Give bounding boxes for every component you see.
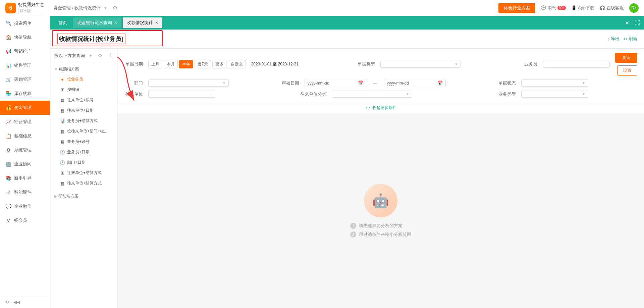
refresh-icon: ↻ bbox=[624, 37, 627, 42]
sidebar-item-finance[interactable]: 💰 资金管理 bbox=[0, 101, 50, 115]
gear-scheme-button[interactable]: ⚙ bbox=[96, 52, 104, 59]
business-type-select[interactable]: ▼ bbox=[521, 91, 588, 98]
header-left: 6 畅捷通好生意 标准版 | 资金管理 / 收款情况统计 ▼ ⚙ bbox=[5, 2, 119, 14]
sidebar-item-sales[interactable]: 📊 销售管理 bbox=[0, 58, 50, 72]
settings-bottom-icon[interactable]: ⚙ bbox=[5, 300, 9, 305]
dept-select[interactable]: ▼ bbox=[148, 80, 229, 87]
empty-tip-1: 1 请先选择要分析的方案 bbox=[350, 223, 411, 229]
sidebar-item-member[interactable]: V 畅会员 bbox=[0, 213, 50, 227]
voucher-status-select[interactable]: ▼ bbox=[521, 80, 588, 87]
breadcrumb: 资金管理 / 收款情况统计 ▼ bbox=[53, 5, 107, 11]
sidebar-item-search[interactable]: 🔍 搜索菜单 bbox=[0, 16, 50, 30]
sidebar-item-inventory[interactable]: 🏪 库存核算 bbox=[0, 87, 50, 101]
finance-icon: 💰 bbox=[5, 105, 11, 111]
review-date-end-input[interactable]: 📅 bbox=[384, 79, 446, 87]
page-header: 收款情况统计(按业务员) ↑ 导出 ↻ 刷新 bbox=[50, 30, 644, 49]
partner-select[interactable]: ··· bbox=[148, 91, 215, 98]
messages-badge: 99+ bbox=[557, 6, 566, 10]
header-sep: | bbox=[48, 5, 49, 10]
scheme-item-by-detail[interactable]: ⊞ 按明细 bbox=[50, 85, 117, 95]
tab-home[interactable]: 首页 bbox=[53, 16, 72, 30]
collapse-more-btn[interactable]: ∧∧ 收起更多条件 bbox=[117, 102, 644, 113]
refresh-button[interactable]: ↻ 刷新 bbox=[624, 36, 637, 42]
scheme-item-partner-account[interactable]: ▦ 往来单位+账号 bbox=[50, 95, 117, 105]
sidebar-item-guide[interactable]: 📚 新手引导 bbox=[0, 171, 50, 185]
sidebar-item-marketing[interactable]: 📢 营销推广 bbox=[0, 44, 50, 58]
query-button[interactable]: 查询 bbox=[615, 53, 637, 63]
date-btn-last-month[interactable]: 上月 bbox=[148, 60, 162, 68]
sidebar-item-quicknav[interactable]: 🏠 快捷导航 bbox=[0, 30, 50, 44]
sidebar-item-enterprise[interactable]: 🏢 企业协同 bbox=[0, 157, 50, 171]
calendar-end-icon: 📅 bbox=[437, 81, 443, 86]
left-panel: 按以下方案查询 ＋ ⚙ 《 ▼ 电脑端方案 ● 按业务员 bbox=[50, 49, 117, 308]
date-quick-group: 上月 本月 本年 近7天 更多 自定义 bbox=[148, 60, 246, 68]
review-date-start-input[interactable]: 📅 bbox=[305, 79, 366, 87]
logo-area: 6 畅捷通好生意 标准版 bbox=[5, 2, 44, 14]
date-btn-custom[interactable]: 自定义 bbox=[228, 60, 246, 68]
tab-collection-stats[interactable]: 收款情况统计 ✕ bbox=[123, 17, 162, 28]
scheme-item-partner-settle1[interactable]: ⊞ 往来单位+结算方式 bbox=[50, 168, 117, 178]
edition-badge: 标准版 bbox=[18, 8, 44, 14]
scheme-item-salesperson-settle[interactable]: 📊 业务员+结算方式 bbox=[50, 116, 117, 126]
voucher-status-label: 单据状态 bbox=[497, 80, 516, 86]
empty-tip-2: 2 用过滤条件来缩小分析范围 bbox=[350, 232, 411, 238]
scheme-item-salesperson-account[interactable]: ▦ 业务员+账号 bbox=[50, 137, 117, 147]
scheme-item-partner-date[interactable]: ▦ 往来单位+日期 bbox=[50, 105, 117, 116]
left-panel-header: 按以下方案查询 ＋ ⚙ 《 bbox=[50, 49, 117, 63]
hardware-icon: 🖨 bbox=[5, 189, 11, 195]
tab-close-all-button[interactable]: ✕ bbox=[624, 18, 631, 28]
sidebar-item-basic[interactable]: 📋 基础信息 bbox=[0, 129, 50, 143]
clock-icon: 🕐 bbox=[60, 150, 65, 155]
scheme-group-mobile: ▶ 移动端方案 bbox=[50, 190, 117, 202]
sidebar-item-wechat[interactable]: 💬 企业微信 bbox=[0, 199, 50, 213]
date-btn-more[interactable]: 更多 bbox=[212, 60, 226, 68]
collapse-panel-button[interactable]: 《 bbox=[106, 52, 113, 59]
member-icon: V bbox=[5, 217, 11, 223]
page-title: 收款情况统计(按业务员) bbox=[59, 36, 123, 42]
export-button[interactable]: ↑ 导出 bbox=[607, 36, 620, 42]
sidebar-item-operations[interactable]: 📈 经营管理 bbox=[0, 115, 50, 129]
collapse-sidebar-icon[interactable]: ◀◀ bbox=[13, 300, 20, 305]
right-panel: 单据日期 上月 本月 本年 近7天 更多 自定义 2023-01-01 至 20… bbox=[117, 49, 644, 308]
date-btn-this-year[interactable]: 本年 bbox=[179, 60, 193, 68]
user-avatar[interactable]: Rit bbox=[629, 3, 639, 13]
export-icon: ↑ bbox=[607, 37, 610, 42]
review-date-start-field[interactable] bbox=[308, 81, 358, 86]
settings-gear-icon[interactable]: ⚙ bbox=[111, 4, 119, 12]
salesperson-select[interactable]: ··· bbox=[543, 61, 610, 68]
messages-action[interactable]: 💬 消息 99+ bbox=[541, 5, 566, 11]
tab-close-bank[interactable]: ✕ bbox=[114, 20, 117, 25]
app-download-action[interactable]: 📱 App下载 bbox=[571, 5, 594, 11]
scheme-item-by-salesperson[interactable]: ● 按业务员 bbox=[50, 74, 117, 85]
empty-illustration: 🤖 bbox=[364, 184, 397, 217]
filter-row-1: 单据日期 上月 本月 本年 近7天 更多 自定义 2023-01-01 至 20… bbox=[124, 53, 637, 75]
review-date-end-field[interactable] bbox=[387, 81, 437, 86]
date-btn-this-month[interactable]: 本月 bbox=[164, 60, 178, 68]
content-body: 按以下方案查询 ＋ ⚙ 《 ▼ 电脑端方案 ● 按业务员 bbox=[50, 49, 644, 308]
sidebar-item-system[interactable]: ⚙ 系统管理 bbox=[0, 143, 50, 157]
partner-date-icon: ▦ bbox=[60, 108, 65, 113]
scheme-group-pc-title[interactable]: ▼ 电脑端方案 bbox=[50, 64, 117, 74]
sidebar-item-purchase[interactable]: 🛒 采购管理 bbox=[0, 72, 50, 87]
voucher-type-select[interactable]: ▼ bbox=[380, 61, 461, 68]
tab-maximize-button[interactable]: ⛶ bbox=[633, 18, 641, 27]
scheme-item-dept-date[interactable]: 🕐 部门+日期 bbox=[50, 157, 117, 168]
tab-bank-statement[interactable]: 现金银行流水查询 ✕ bbox=[73, 17, 121, 28]
tab-close-collection[interactable]: ✕ bbox=[155, 20, 158, 25]
setting-button[interactable]: 设置 bbox=[617, 65, 637, 75]
date-btn-7days[interactable]: 近7天 bbox=[195, 60, 211, 68]
trial-button[interactable]: 体验行业方案 bbox=[498, 3, 535, 13]
partner-category-select[interactable]: ▼ bbox=[332, 91, 412, 98]
scheme-item-partner-settle2[interactable]: ▦ 往来单位+结算方式 bbox=[50, 178, 117, 189]
business-type-arrow-icon: ▼ bbox=[582, 92, 585, 96]
sidebar-item-hardware[interactable]: 🖨 智能硬件 bbox=[0, 185, 50, 199]
home-icon: 🏠 bbox=[5, 34, 11, 40]
filter-row-3: 往来单位 ··· 往来单位分类 ▼ 业务类型 bbox=[124, 91, 637, 98]
partner-cat-arrow-icon: ▼ bbox=[406, 92, 409, 96]
scheme-group-mobile-title[interactable]: ▶ 移动端方案 bbox=[50, 191, 117, 201]
scheme-item-partner-dept-collect[interactable]: ▦ 按往来单位+部门+收... bbox=[50, 126, 117, 137]
add-scheme-button[interactable]: ＋ bbox=[87, 52, 94, 59]
online-service-action[interactable]: 🎧 在线客服 bbox=[600, 5, 624, 11]
scheme-item-salesperson-date[interactable]: 🕐 业务员+日期 bbox=[50, 147, 117, 157]
main-content: 首页 现金银行流水查询 ✕ 收款情况统计 ✕ ✕ ⛶ 收款情况统计(按业务员) bbox=[50, 16, 644, 308]
